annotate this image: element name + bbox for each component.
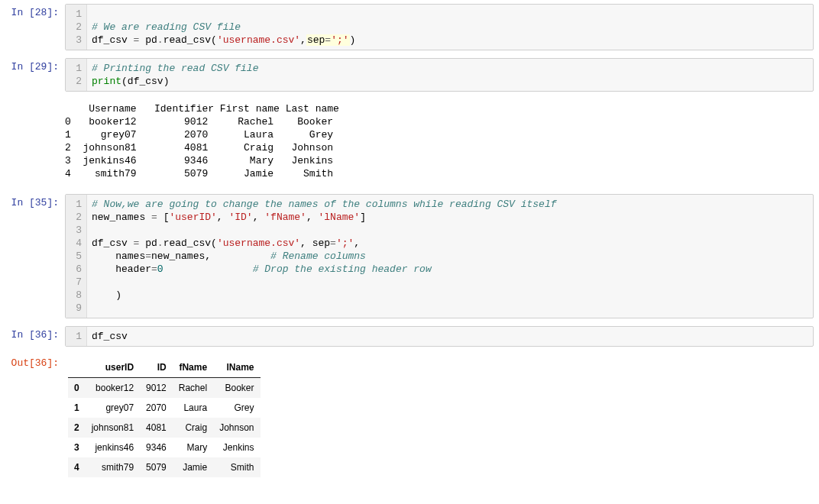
- table-row: 0 booker12 9012 Rachel Booker: [68, 378, 261, 399]
- table-row: 3 jenkins46 9346 Mary Jenkins: [68, 438, 261, 457]
- in-prompt-29: In [29]:: [1, 58, 65, 92]
- in-prompt-36: In [36]:: [1, 326, 65, 347]
- in-prompt-28: In [28]:: [1, 4, 65, 50]
- line-gutter: 1: [66, 327, 87, 346]
- cell-36: In [36]: 1 df_csv: [0, 322, 819, 351]
- in-prompt-35: In [35]:: [1, 194, 65, 318]
- line-gutter: 1 2 3: [66, 5, 87, 50]
- line-gutter: 1 2 3 4 5 6 7 8 9: [66, 195, 87, 318]
- cell-28: In [28]: 1 2 3 # We are reading CSV file…: [0, 0, 819, 54]
- table-row: 1 grey07 2070 Laura Grey: [68, 398, 261, 418]
- table-col-index: [68, 357, 86, 378]
- table-col-ID: ID: [140, 357, 173, 378]
- code-input-36[interactable]: 1 df_csv: [65, 326, 814, 347]
- cell-29-output: Username Identifier First name Last name…: [0, 95, 819, 190]
- table-row: 4 smith79 5079 Jamie Smith: [68, 457, 261, 477]
- line-gutter: 1 2: [66, 59, 87, 91]
- code-input-28[interactable]: 1 2 3 # We are reading CSV file df_csv =…: [65, 4, 814, 50]
- table-col-lName: lName: [213, 357, 260, 378]
- code-body[interactable]: # We are reading CSV file df_csv = pd.re…: [87, 5, 813, 50]
- cell-29: In [29]: 1 2 # Printing the read CSV fil…: [0, 54, 819, 95]
- table-col-userID: userID: [86, 357, 140, 378]
- code-body[interactable]: # Printing the read CSV file print(df_cs…: [87, 59, 813, 91]
- cell-35: In [35]: 1 2 3 4 5 6 7 8 9 # Now,we are …: [0, 190, 819, 322]
- table-header-row: userID ID fName lName: [68, 357, 261, 378]
- empty-prompt: [1, 99, 65, 186]
- stdout-output: Username Identifier First name Last name…: [65, 99, 814, 186]
- dataframe-table: userID ID fName lName 0 booker12 9012 Ra…: [68, 357, 261, 477]
- cell-36-output: Out[36]: userID ID fName lName 0 booker1…: [0, 351, 819, 481]
- table-row: 2 johnson81 4081 Craig Johnson: [68, 418, 261, 438]
- code-input-29[interactable]: 1 2 # Printing the read CSV file print(d…: [65, 58, 814, 92]
- code-input-35[interactable]: 1 2 3 4 5 6 7 8 9 # Now,we are going to …: [65, 194, 814, 318]
- table-col-fName: fName: [173, 357, 213, 378]
- code-body[interactable]: # Now,we are going to change the names o…: [87, 195, 813, 318]
- out-prompt-36: Out[36]:: [1, 354, 65, 477]
- code-body[interactable]: df_csv: [87, 327, 813, 346]
- dataframe-output: userID ID fName lName 0 booker12 9012 Ra…: [65, 354, 261, 477]
